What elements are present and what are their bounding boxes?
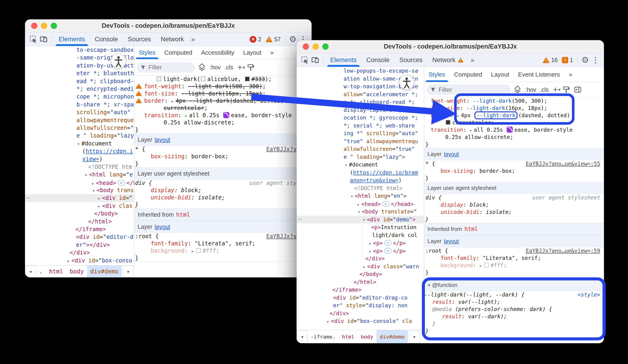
style-rule-line[interactable]: background: ▸#fff; bbox=[134, 247, 312, 254]
expand-arrow[interactable]: ▸ bbox=[363, 264, 366, 269]
style-rule-line[interactable]: } bbox=[134, 254, 312, 262]
layers-icon[interactable] bbox=[513, 85, 522, 95]
element-tree-row[interactable]: <p>Instruction bbox=[297, 223, 424, 231]
style-rule-line[interactable]: } bbox=[424, 141, 604, 148]
element-tree-row[interactable]: ▸<div clas bbox=[25, 202, 134, 210]
style-rule-line[interactable]: font-family: "Literata", serif; bbox=[424, 254, 604, 262]
zoom-button[interactable] bbox=[322, 43, 329, 50]
tab-computed[interactable]: Computed bbox=[450, 67, 487, 82]
tab-styles[interactable]: Styles bbox=[134, 46, 160, 59]
element-tree-row[interactable]: ▸<head>⋯</head> bbox=[297, 200, 424, 208]
element-tree-row[interactable]: view=) bbox=[25, 155, 134, 163]
inspect-icon[interactable] bbox=[300, 55, 310, 65]
filter-pill[interactable] bbox=[137, 62, 195, 73]
style-rule-line[interactable]: light-dark(aliceblue, #333); bbox=[134, 76, 312, 83]
element-tree-row[interactable]: </div> bbox=[25, 249, 134, 257]
expand-pill[interactable]: ⋯ bbox=[384, 240, 392, 246]
element-tree-row[interactable]: allowfullscreen="true" bbox=[297, 145, 424, 153]
expand-arrow[interactable]: ▾ bbox=[363, 217, 365, 222]
tab-event-listeners[interactable]: Event Listeners bbox=[514, 67, 564, 82]
style-rule-line[interactable]: } bbox=[424, 327, 604, 335]
element-tree-row[interactable]: er"></div> bbox=[25, 241, 134, 249]
tab-console[interactable]: Console bbox=[362, 53, 394, 67]
tab-computed[interactable]: Computed bbox=[160, 46, 197, 59]
crumb-divdemo[interactable]: div#demo bbox=[377, 330, 408, 343]
element-tree-row[interactable]: ▸<p>⋯</p> bbox=[297, 239, 424, 247]
style-rule-line[interactable]: } bbox=[134, 126, 312, 133]
expand-arrow[interactable]: ▸ bbox=[98, 204, 100, 209]
style-rule-line[interactable]: box-sizing: border-box; bbox=[424, 167, 604, 175]
style-rule-line[interactable]: font-family: "Literata", serif; bbox=[134, 240, 312, 247]
element-tree-row[interactable]: <div id="editor-d bbox=[25, 233, 134, 241]
style-rule-line[interactable]: } bbox=[424, 216, 604, 223]
element-tree-row[interactable]: ▾<html lang="en"> bbox=[297, 192, 424, 200]
style-rule-line[interactable]: } bbox=[134, 160, 312, 167]
style-rule-line[interactable]: * {EaYBJJx?view= bbox=[134, 146, 312, 153]
element-tree-row[interactable]: *; encrypted-medi bbox=[25, 85, 134, 93]
element-tree-row[interactable]: </body> bbox=[297, 270, 424, 278]
expand-arrow[interactable]: ▸ bbox=[479, 263, 482, 268]
crumb-scroll-right-button[interactable]: ▶ bbox=[123, 265, 134, 277]
tab-layout[interactable]: Layout bbox=[239, 46, 266, 59]
stylesheet-source-link[interactable]: <style> bbox=[577, 291, 600, 298]
element-tree-row[interactable]: *; serial *; web-share bbox=[297, 122, 424, 130]
crumb-html[interactable]: html bbox=[46, 265, 66, 277]
style-rule-line[interactable]: transition: ▸all 0.25s ease, border-styl… bbox=[134, 112, 312, 119]
style-rule-line[interactable]: unicode-bidi: isolate; bbox=[134, 194, 312, 201]
expand-arrow[interactable]: ▸ bbox=[67, 258, 70, 264]
filter-input[interactable] bbox=[148, 63, 191, 71]
settings-gear-icon[interactable]: ⚙ bbox=[580, 55, 590, 65]
element-tree-row[interactable]: ocation *; gyroscope *; bbox=[297, 114, 424, 122]
crumb-scroll-left-button[interactable]: ◀ bbox=[25, 265, 36, 277]
tab-network[interactable]: Network bbox=[427, 53, 468, 67]
element-tree-row[interactable]: ▾#document bbox=[25, 140, 134, 148]
devtools-window-back[interactable]: DevTools - codepen.io/bramus/pen/EaYBJJx… bbox=[25, 19, 312, 277]
style-rule-line[interactable]: border: ▸4px --light-dark(dashed, dotted… bbox=[424, 112, 604, 119]
element-tree-row[interactable]: to-escape-sandbox bbox=[25, 46, 134, 54]
expand-arrow[interactable]: ▸ bbox=[327, 319, 329, 324]
style-rule-line[interactable]: 0.25s allow-discrete; bbox=[134, 119, 312, 126]
stylesheet-source-link[interactable]: EaYBJJx?ano…ue&view=:55 bbox=[526, 160, 600, 167]
element-tree-row[interactable]: <div id="editor-drag-co bbox=[297, 294, 424, 302]
crumb-html[interactable]: html bbox=[339, 330, 358, 343]
style-rule-line[interactable]: div {user agent stylesh bbox=[134, 180, 312, 187]
code-token[interactable]: https://cdpn.i bbox=[85, 148, 133, 155]
crumb-iframe[interactable]: -iframe. bbox=[307, 330, 339, 343]
element-tree-row[interactable]: ▸<div id="⋯ bbox=[25, 194, 134, 202]
expand-arrow[interactable]: ▸ bbox=[357, 202, 360, 207]
tab-sources[interactable]: Sources bbox=[394, 53, 427, 67]
style-rule-line[interactable]: * {EaYBJJx?ano…ue&view=:55 bbox=[424, 160, 604, 167]
style-rule-line[interactable]: --light-dark(--light, --dark) {<style> bbox=[424, 291, 604, 298]
tab-elements[interactable]: Elements bbox=[325, 53, 362, 67]
style-rule-line[interactable]: border: ▸4px --light-dark(dashed, dotted… bbox=[134, 97, 312, 105]
expand-arrow[interactable]: ▾ bbox=[351, 194, 353, 199]
rendering-paint-icon[interactable] bbox=[246, 62, 255, 72]
crumb-scroll-left-button[interactable]: ◀ bbox=[297, 330, 307, 343]
element-tree-row[interactable]: "true" allowpaymentrequ bbox=[297, 137, 424, 145]
element-tree-row[interactable]: ▸<head>⋯</h bbox=[25, 179, 134, 186]
zoom-button[interactable] bbox=[51, 23, 57, 29]
element-tree-row[interactable]: ▸<p>⋯</p> bbox=[297, 247, 424, 255]
style-rule-line[interactable]: } bbox=[424, 269, 604, 276]
element-tree-row[interactable]: <!DOCTYPE html> bbox=[297, 184, 424, 192]
element-tree-row[interactable]: ▾#document bbox=[297, 161, 424, 169]
more-tabs-icon[interactable]: » bbox=[189, 35, 197, 43]
code-token[interactable]: https://cdpn.io/bram bbox=[353, 170, 418, 176]
code-token[interactable]: layout bbox=[444, 151, 459, 157]
close-button[interactable] bbox=[303, 43, 309, 50]
element-tree-row[interactable]: ▾<div id="demo">⋯ bbox=[297, 216, 424, 224]
devtools-window-front[interactable]: DevTools - codepen.io/bramus/pen/EaYBJJx… bbox=[297, 40, 604, 343]
code-token[interactable]: layout bbox=[444, 238, 459, 244]
hidden-element-marker[interactable]: ⋯ bbox=[27, 194, 31, 202]
expand-arrow[interactable]: ▾ bbox=[85, 172, 87, 178]
crumb-body[interactable]: body bbox=[358, 330, 377, 343]
minimize-button[interactable] bbox=[41, 23, 47, 29]
element-tree-row[interactable]: e " loading="lazy" bbox=[25, 132, 134, 140]
style-rule-line[interactable]: box-sizing: border-box; bbox=[134, 153, 312, 160]
element-tree-row[interactable]: low-popups-to-escape-sa bbox=[297, 67, 424, 75]
elements-tree-panel[interactable]: low-popups-to-escape-saation allow-same-… bbox=[297, 67, 424, 330]
tab-accessibility[interactable]: Accessibility bbox=[197, 46, 239, 59]
add-style-rule-icon[interactable]: +◢ bbox=[236, 64, 244, 71]
crumb-[interactable]: . bbox=[36, 265, 46, 277]
tab-elements[interactable]: Elements bbox=[54, 32, 90, 46]
